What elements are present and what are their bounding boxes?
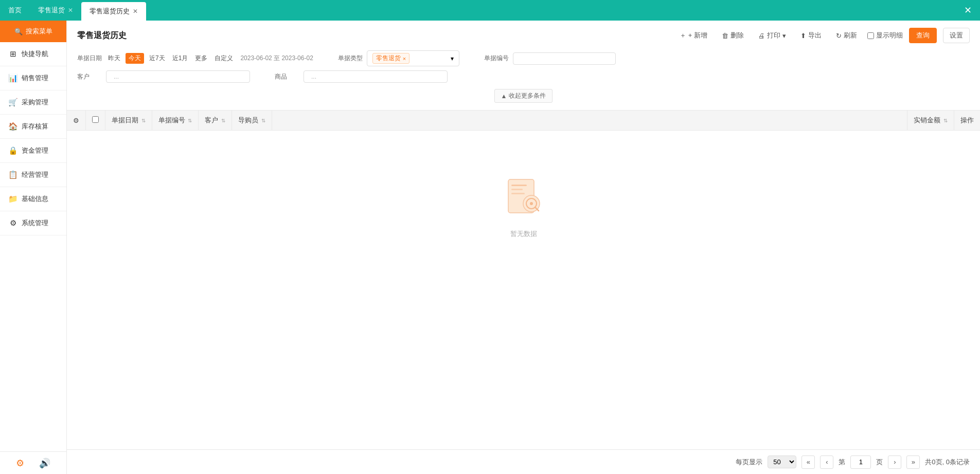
last-page-button[interactable]: » [906, 455, 920, 469]
sidebar-item-quick-nav[interactable]: ⊞ 快捷导航 [0, 42, 66, 66]
svg-rect-1 [511, 185, 527, 186]
type-tag-close[interactable]: × [403, 56, 406, 62]
col-customer[interactable]: 客户 ⇅ [199, 111, 232, 131]
page-unit: 页 [876, 458, 883, 467]
content-area: 零售退货历史 ＋ + 新增 🗑 删除 🖨 打印 ▾ [67, 21, 980, 474]
collapse-icon: ▲ [501, 93, 507, 100]
customer-label: 客户 [77, 72, 106, 81]
filter-row-date: 单据日期 昨天 今天 近7天 近1月 更多 自定义 2023-06-02 至 2… [77, 50, 970, 66]
sort-customer-icon: ⇅ [221, 118, 225, 123]
sidebar-item-system[interactable]: ⚙ 系统管理 [0, 211, 66, 235]
date-opt-more[interactable]: 更多 [193, 53, 209, 64]
voucher-label: 单据编号 [484, 54, 513, 63]
print-icon: 🖨 [758, 32, 765, 40]
add-button[interactable]: ＋ + 新增 [675, 29, 711, 42]
date-label: 单据日期 [77, 54, 106, 63]
date-opt-custom[interactable]: 自定义 [212, 53, 235, 64]
sort-date-icon: ⇅ [141, 118, 146, 123]
date-range-display: 2023-06-02 至 2023-06-02 [240, 54, 313, 63]
svg-rect-2 [511, 189, 523, 190]
per-page-label: 每页显示 [736, 458, 762, 467]
sort-amount-icon: ⇅ [943, 118, 948, 123]
col-spacer [272, 111, 907, 131]
select-all-checkbox[interactable] [92, 116, 99, 123]
tab-retail-return[interactable]: 零售退货 ✕ [30, 0, 81, 21]
date-opt-7days[interactable]: 近7天 [147, 53, 167, 64]
sidebar-item-operation[interactable]: 📋 经营管理 [0, 163, 66, 187]
query-button[interactable]: 查询 [909, 28, 937, 43]
customer-input[interactable]: ... [106, 70, 250, 83]
col-date[interactable]: 单据日期 ⇅ [105, 111, 152, 131]
tab-retail-return-close[interactable]: ✕ [68, 7, 73, 14]
col-settings[interactable]: ⚙ [67, 111, 86, 131]
sidebar: 🔍 搜索菜单 ⊞ 快捷导航 📊 销售管理 🛒 采购管理 🏠 库存核算 🔒 [0, 21, 67, 474]
topbar: 首页 零售退货 ✕ 零售退货历史 ✕ ✕ [0, 0, 980, 21]
filter-row-customer: 客户 ... 商品 ... [77, 70, 970, 83]
page-title: 零售退货历史 [77, 30, 127, 41]
empty-text: 暂无数据 [510, 229, 537, 239]
collapse-button[interactable]: ▲ 收起更多条件 [494, 89, 553, 103]
sidebar-item-inventory[interactable]: 🏠 库存核算 [0, 115, 66, 139]
basic-info-icon: 📁 [8, 194, 17, 204]
purchase-icon: 🛒 [8, 98, 17, 107]
show-detail-checkbox[interactable] [867, 32, 874, 39]
first-page-button[interactable]: « [801, 455, 815, 469]
col-checkbox [86, 111, 105, 131]
sidebar-item-purchase[interactable]: 🛒 采购管理 [0, 90, 66, 115]
pagination-bar: 每页显示 10 20 50 100 « ‹ 第 页 › » 共0页, 0条记录 [67, 449, 980, 474]
print-dropdown-icon: ▾ [782, 32, 786, 40]
search-menu-button[interactable]: 🔍 搜索菜单 [0, 21, 66, 42]
next-page-button[interactable]: › [888, 455, 901, 469]
date-opt-1month[interactable]: 近1月 [170, 53, 190, 64]
date-opt-today[interactable]: 今天 [126, 53, 144, 64]
main-layout: 🔍 搜索菜单 ⊞ 快捷导航 📊 销售管理 🛒 采购管理 🏠 库存核算 🔒 [0, 21, 980, 474]
quick-nav-icon: ⊞ [8, 49, 17, 59]
sidebar-item-finance[interactable]: 🔒 资金管理 [0, 139, 66, 163]
window-close-button[interactable]: ✕ [956, 5, 980, 16]
prev-page-button[interactable]: ‹ [820, 455, 833, 469]
settings-bottom-icon[interactable]: ⚙ [16, 458, 24, 469]
table-container: ⚙ 单据日期 ⇅ 单据编号 ⇅ 客户 [67, 111, 980, 449]
add-icon: ＋ [680, 31, 686, 40]
page-label: 第 [839, 458, 845, 467]
date-options: 昨天 今天 近7天 近1月 更多 自定义 2023-06-02 至 2023-0… [106, 53, 313, 64]
refresh-button[interactable]: ↻ 刷新 [832, 29, 861, 42]
date-opt-yesterday[interactable]: 昨天 [106, 53, 122, 64]
sidebar-bottom: ⚙ 🔊 [0, 451, 66, 474]
show-detail-checkbox-wrapper[interactable]: 显示明细 [867, 31, 903, 40]
refresh-icon: ↻ [836, 32, 842, 40]
type-select[interactable]: 零售退货 × ▾ [367, 50, 459, 66]
sort-guide-icon: ⇅ [261, 118, 265, 123]
col-action: 操作 [954, 111, 981, 131]
sort-number-icon: ⇅ [188, 118, 192, 123]
type-select-arrow: ▾ [451, 55, 454, 62]
voucher-input[interactable] [513, 52, 616, 65]
goods-input[interactable]: ... [304, 70, 448, 83]
delete-button[interactable]: 🗑 删除 [718, 29, 748, 42]
audio-icon[interactable]: 🔊 [39, 458, 50, 469]
sidebar-item-sales[interactable]: 📊 销售管理 [0, 66, 66, 90]
page-input[interactable] [850, 455, 871, 469]
toolbar: ＋ + 新增 🗑 删除 🖨 打印 ▾ ⬆ 导出 [675, 28, 970, 43]
print-button[interactable]: 🖨 打印 ▾ [754, 29, 790, 42]
settings-button[interactable]: 设置 [943, 28, 970, 43]
svg-rect-3 [511, 193, 525, 194]
col-guide[interactable]: 导购员 ⇅ [231, 111, 272, 131]
type-tag: 零售退货 × [372, 53, 409, 64]
tab-retail-return-history-close[interactable]: ✕ [133, 8, 138, 15]
goods-label: 商品 [275, 72, 304, 81]
tab-home[interactable]: 首页 [0, 0, 30, 21]
sidebar-item-basic-info[interactable]: 📁 基础信息 [0, 187, 66, 211]
page-title-row: 零售退货历史 ＋ + 新增 🗑 删除 🖨 打印 ▾ [77, 28, 970, 43]
svg-point-7 [530, 202, 533, 205]
page-header: 零售退货历史 ＋ + 新增 🗑 删除 🖨 打印 ▾ [67, 21, 980, 111]
operation-icon: 📋 [8, 170, 17, 179]
type-label: 单据类型 [338, 54, 367, 63]
tab-retail-return-history[interactable]: 零售退货历史 ✕ [81, 2, 146, 21]
filter-area: 单据日期 昨天 今天 近7天 近1月 更多 自定义 2023-06-02 至 2… [77, 50, 970, 110]
per-page-select[interactable]: 10 20 50 100 [768, 455, 796, 468]
export-button[interactable]: ⬆ 导出 [796, 29, 826, 42]
col-number[interactable]: 单据编号 ⇅ [152, 111, 199, 131]
search-icon: 🔍 [14, 28, 23, 35]
col-amount[interactable]: 实销金额 ⇅ [907, 111, 954, 131]
